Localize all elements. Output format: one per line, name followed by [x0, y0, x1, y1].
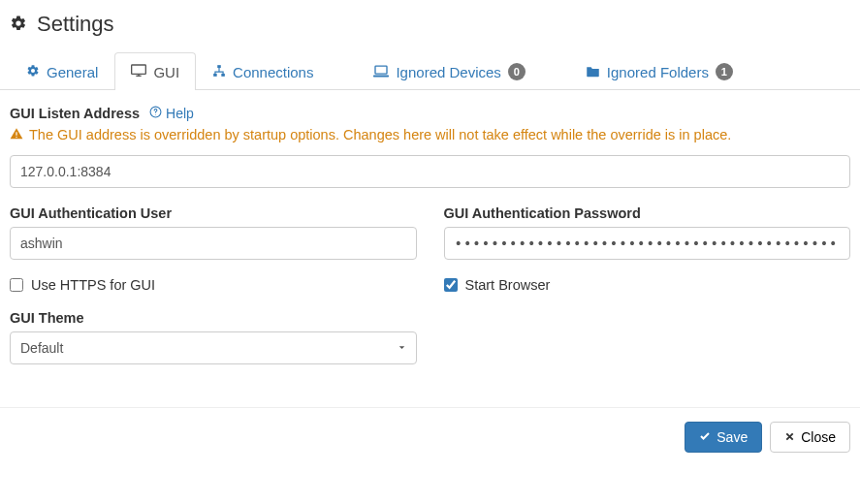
help-link[interactable]: Help: [149, 106, 194, 121]
svg-rect-3: [217, 65, 221, 68]
tab-label: Connections: [233, 64, 313, 80]
cog-icon: [26, 64, 40, 80]
https-checkbox[interactable]: [10, 278, 23, 292]
tab-label: GUI: [153, 64, 179, 80]
start-browser-checkbox-row[interactable]: Start Browser: [444, 277, 851, 293]
svg-rect-0: [132, 65, 146, 74]
tab-label: General: [47, 64, 98, 80]
tab-connections[interactable]: Connections: [196, 52, 330, 90]
svg-rect-11: [16, 137, 16, 138]
sitemap-icon: [212, 64, 226, 80]
page-title: Settings: [37, 12, 114, 37]
badge: 0: [508, 63, 526, 80]
https-checkbox-row[interactable]: Use HTTPS for GUI: [10, 277, 417, 293]
tab-label: Ignored Folders: [607, 64, 709, 80]
svg-rect-2: [139, 74, 140, 76]
listen-address-label: GUI Listen Address: [10, 106, 140, 121]
close-label: Close: [801, 429, 836, 445]
start-browser-label: Start Browser: [465, 277, 551, 293]
save-button[interactable]: Save: [685, 422, 762, 453]
tabs: General GUI Connections Ignored Devices …: [0, 52, 860, 90]
save-label: Save: [717, 429, 748, 445]
close-button[interactable]: Close: [770, 422, 850, 453]
start-browser-checkbox[interactable]: [444, 278, 458, 292]
warning-text: The GUI address is overridden by startup…: [29, 127, 731, 142]
gear-icon: [10, 15, 27, 35]
svg-rect-10: [16, 132, 16, 136]
warning-message: The GUI address is overridden by startup…: [10, 127, 850, 143]
svg-rect-4: [213, 73, 217, 76]
tab-ignored-folders[interactable]: Ignored Folders 1: [569, 52, 749, 90]
auth-user-label: GUI Authentication User: [10, 205, 417, 221]
close-icon: [784, 429, 795, 445]
svg-rect-5: [221, 73, 225, 76]
https-label: Use HTTPS for GUI: [31, 277, 155, 293]
auth-pass-input[interactable]: [444, 227, 851, 260]
theme-select[interactable]: Default: [10, 331, 417, 364]
tab-label: Ignored Devices: [396, 64, 500, 80]
svg-rect-7: [373, 75, 389, 77]
auth-user-input[interactable]: [10, 227, 417, 260]
check-icon: [699, 429, 711, 445]
warning-triangle-icon: [10, 127, 23, 143]
folder-icon: [586, 64, 600, 80]
svg-rect-6: [375, 66, 387, 74]
help-label: Help: [166, 106, 194, 121]
listen-address-input[interactable]: [10, 155, 850, 188]
tab-general[interactable]: General: [10, 52, 114, 90]
badge: 1: [716, 63, 733, 80]
auth-pass-label: GUI Authentication Password: [444, 205, 851, 221]
footer: Save Close: [0, 408, 860, 462]
theme-label: GUI Theme: [10, 310, 417, 326]
svg-point-9: [155, 114, 156, 115]
laptop-icon: [373, 64, 389, 80]
question-circle-icon: [149, 106, 162, 121]
page-header: Settings: [0, 0, 860, 52]
tab-ignored-devices[interactable]: Ignored Devices 0: [357, 52, 541, 90]
tab-gui[interactable]: GUI: [114, 52, 196, 90]
desktop-icon: [131, 64, 146, 80]
tab-panel-gui: GUI Listen Address Help The GUI address …: [0, 90, 860, 388]
